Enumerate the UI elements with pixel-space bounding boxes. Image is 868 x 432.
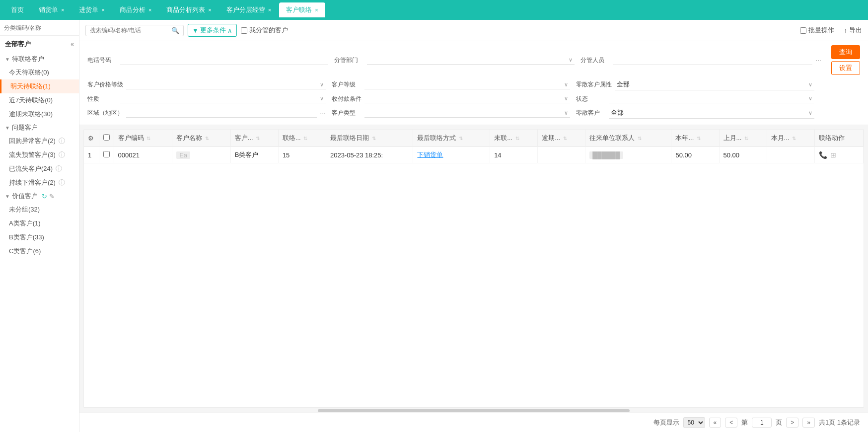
export-btn[interactable]: ↑ 导出 — [844, 26, 863, 35]
batch-op-checkbox[interactable] — [800, 27, 806, 34]
sort-icon[interactable]: ⇅ — [697, 136, 701, 141]
nav-home[interactable]: 首页 — [4, 2, 31, 17]
sidebar-search-input[interactable] — [4, 24, 78, 31]
filter-nature: 性质 ∨ — [87, 94, 332, 103]
sort-icon[interactable]: ⇅ — [459, 136, 463, 141]
nav-product-analysis-list[interactable]: 商品分析列表 × — [159, 2, 218, 17]
top-nav: 首页 销货单 × 进货单 × 商品分析 × 商品分析列表 × 客户分层经营 × … — [0, 0, 868, 20]
search-icon[interactable]: 🔍 — [171, 27, 179, 34]
refresh-icon[interactable]: ↻ — [42, 193, 47, 200]
prev-page-btn[interactable]: < — [725, 418, 737, 428]
filter-retail-customer-select[interactable]: 全部 ∨ — [609, 107, 814, 119]
cell-checkbox[interactable] — [99, 147, 114, 163]
sidebar-item-c-class[interactable]: C类客户(6) — [0, 244, 79, 258]
close-icon[interactable]: × — [268, 7, 271, 13]
close-icon[interactable]: × — [208, 7, 211, 13]
close-icon[interactable]: × — [101, 7, 104, 13]
filter-dept-select[interactable]: ∨ — [367, 56, 575, 65]
sidebar-section-value: 价值客户 ↻ ✎ — [0, 190, 79, 203]
first-page-btn[interactable]: « — [709, 418, 722, 428]
sidebar-item-b-class[interactable]: B类客户(33) — [0, 230, 79, 244]
last-contact-link[interactable]: 下销货单 — [417, 151, 443, 158]
sort-icon[interactable]: ⇅ — [205, 136, 209, 141]
filter-row-2: 客户价格等级 ∨ 客户等级 ∨ 零散客户属性 全部 — [87, 79, 860, 90]
sort-icon[interactable]: ⇅ — [515, 136, 519, 141]
col-settings[interactable]: ⚙ — [84, 130, 99, 147]
per-page-select[interactable]: 50 — [683, 417, 705, 428]
row-checkbox[interactable] — [103, 151, 110, 157]
col-actions: 联络动作 — [814, 130, 863, 147]
cell-contact-count: 15 — [278, 147, 326, 163]
filter-customer-type-select[interactable]: ∨ — [364, 109, 570, 118]
nav-customer-contact[interactable]: 客户联络 × — [279, 2, 325, 17]
filter-region-more-icon[interactable]: ··· — [320, 109, 326, 117]
search-input[interactable] — [90, 27, 169, 34]
settings-icon[interactable]: ⚙ — [88, 135, 94, 142]
filter-manager-more-icon[interactable]: ··· — [815, 56, 821, 64]
collapse-icon: « — [71, 41, 74, 48]
filter-status: 状态 ∨ — [576, 94, 820, 103]
close-icon[interactable]: × — [148, 7, 151, 13]
filter-price-level-select[interactable]: ∨ — [126, 80, 326, 89]
col-current-month: 本月... ⇅ — [767, 130, 814, 147]
filter-manager-input[interactable] — [613, 56, 812, 65]
sort-icon[interactable]: ⇅ — [744, 136, 748, 141]
sort-icon[interactable]: ⇅ — [792, 136, 796, 141]
close-icon[interactable]: × — [315, 7, 318, 13]
sort-icon[interactable]: ⇅ — [256, 136, 260, 141]
edit-icon[interactable]: ✎ — [49, 193, 55, 200]
filter-price-level: 客户价格等级 ∨ — [87, 80, 332, 89]
next-page-btn[interactable]: > — [786, 418, 798, 428]
nav-customer-segment[interactable]: 客户分层经营 × — [219, 2, 278, 17]
main-layout: 🔍 全部客户 « 待联络客户 今天待联络(0) 明天待联络(1) 近7天待联络(… — [0, 20, 868, 432]
sort-icon[interactable]: ⇅ — [638, 136, 642, 141]
nav-product-analysis[interactable]: 商品分析 × — [113, 2, 158, 17]
search-bar: 🔍 ▼ 更多条件 ∧ 我分管的客户 批量操作 ↑ 导出 — [79, 20, 868, 41]
batch-op-btn[interactable]: 批量操作 — [800, 26, 834, 35]
filter-customer-level-select[interactable]: ∨ — [364, 80, 570, 89]
chevron-down-icon: ∨ — [564, 81, 568, 88]
page-input[interactable] — [752, 418, 772, 428]
phone-icon[interactable]: 📞 — [819, 151, 827, 159]
sort-icon[interactable]: ⇅ — [563, 136, 567, 141]
sidebar-all-customers[interactable]: 全部客户 « — [0, 36, 79, 53]
filter-region: 区域（地区） ··· — [87, 108, 332, 118]
sidebar-item-overdue[interactable]: 逾期未联络(30) — [0, 107, 79, 121]
chevron-down-icon: ∨ — [564, 95, 568, 102]
filter-region-input[interactable] — [126, 108, 317, 118]
cell-row-actions: 📞 ⊞ — [814, 147, 863, 163]
my-customers-checkbox[interactable] — [241, 27, 247, 34]
sidebar-item-tomorrow[interactable]: 明天待联络(1) — [0, 79, 79, 93]
sidebar-item-7days[interactable]: 近7天待联络(0) — [0, 93, 79, 107]
filter-retail-attr-select[interactable]: 全部 ∨ — [615, 79, 814, 90]
more-conditions-btn[interactable]: ▼ 更多条件 ∧ — [188, 24, 237, 37]
nav-sales-order[interactable]: 销货单 × — [32, 2, 71, 17]
sidebar-item-declining[interactable]: 持续下滑客户(2) ⓘ — [0, 176, 79, 190]
sidebar-item-churn-warning[interactable]: 流失预警客户(3) ⓘ — [0, 148, 79, 162]
page-label: 第 — [741, 418, 748, 427]
query-button[interactable]: 查询 — [831, 45, 860, 59]
sidebar-item-a-class[interactable]: A类客户(1) — [0, 216, 79, 230]
horizontal-scrollbar[interactable] — [83, 408, 864, 413]
filter-phone-input[interactable] — [120, 56, 328, 65]
select-all-checkbox[interactable] — [103, 134, 110, 141]
my-customers-checkbox-label[interactable]: 我分管的客户 — [241, 26, 288, 35]
cell-current-month — [767, 147, 814, 163]
sort-icon[interactable]: ⇅ — [146, 136, 150, 141]
filter-status-select[interactable]: ∨ — [609, 94, 814, 103]
close-icon[interactable]: × — [61, 7, 64, 13]
sort-icon[interactable]: ⇅ — [303, 136, 307, 141]
sort-icon[interactable]: ⇅ — [372, 136, 376, 141]
sidebar-item-ungrouped[interactable]: 未分组(32) — [0, 203, 79, 216]
cell-seq: 1 — [84, 147, 99, 163]
filter-payment-select[interactable]: ∨ — [364, 94, 570, 103]
filter-nature-select[interactable]: ∨ — [120, 94, 326, 103]
nav-purchase-order[interactable]: 进货单 × — [72, 2, 111, 17]
reset-button[interactable]: 设置 — [831, 61, 860, 75]
sidebar-item-today[interactable]: 今天待联络(0) — [0, 66, 79, 79]
col-checkbox[interactable] — [99, 130, 114, 147]
grid-icon[interactable]: ⊞ — [830, 151, 836, 159]
sidebar-item-churned[interactable]: 已流失客户(24) ⓘ — [0, 162, 79, 176]
sidebar-item-abnormal[interactable]: 回购异常客户(2) ⓘ — [0, 134, 79, 148]
last-page-btn[interactable]: » — [802, 418, 815, 428]
